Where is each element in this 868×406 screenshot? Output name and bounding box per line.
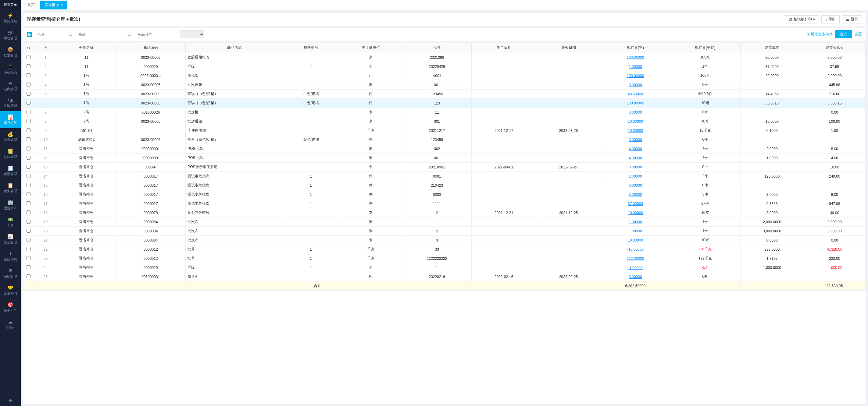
sidebar-item-inventory[interactable]: 📊 库存核算 bbox=[0, 111, 21, 128]
row-checkbox[interactable] bbox=[23, 108, 34, 117]
row-checkbox[interactable] bbox=[23, 53, 34, 62]
sidebar-item-payroll[interactable]: 💵 工资 bbox=[0, 213, 21, 231]
row-qty-main[interactable]: 1.00000 bbox=[600, 62, 670, 71]
row-checkbox[interactable] bbox=[23, 163, 34, 172]
sidebar-item-ops[interactable]: 📈 经营管理 bbox=[0, 231, 21, 248]
sidebar-item-sys[interactable]: ⚙ 系统管理 bbox=[0, 265, 21, 282]
row-qty-main[interactable]: 0.00000 bbox=[600, 181, 670, 190]
row-checkbox[interactable] bbox=[23, 190, 34, 199]
row-checkbox[interactable] bbox=[23, 80, 34, 90]
row-qty-main[interactable]: 4.00000 bbox=[600, 154, 670, 163]
category-select[interactable] bbox=[180, 30, 204, 38]
row-checkbox[interactable] bbox=[23, 144, 34, 154]
print-button[interactable]: 🖨 按模板打印 ▾ bbox=[785, 15, 819, 24]
sidebar-item-accounting[interactable]: 📒 总账管理 bbox=[0, 145, 21, 162]
row-qty-main[interactable]: 87.00000 bbox=[600, 199, 670, 208]
row-qty-main[interactable]: 0.00000 bbox=[600, 108, 670, 117]
row-checkbox[interactable] bbox=[23, 254, 34, 263]
row-qty-main[interactable]: 1.00000 bbox=[600, 227, 670, 236]
row-checkbox[interactable] bbox=[23, 135, 34, 144]
row-qty-storage: 4组9.6件 bbox=[670, 90, 741, 99]
row-qty-main[interactable]: 0.00000 bbox=[600, 135, 670, 144]
row-qty-main[interactable]: 3.00000 bbox=[600, 190, 670, 199]
row-warehouse: 晋省裕仓 bbox=[57, 245, 116, 254]
row-qty-main[interactable]: -16.00000 bbox=[600, 245, 670, 254]
sidebar-settings[interactable]: ⚙ bbox=[0, 396, 21, 406]
row-qty-main[interactable]: 100.00000 bbox=[600, 71, 670, 80]
sidebar-item-fixed-assets[interactable]: 🏢 固定资产 bbox=[0, 197, 21, 213]
row-checkbox[interactable] bbox=[23, 227, 34, 236]
export-button[interactable]: ↑ 导出 bbox=[822, 15, 840, 24]
row-qty-main[interactable]: 10.00000 bbox=[600, 208, 670, 217]
row-checkbox[interactable] bbox=[23, 154, 34, 163]
sidebar-item-cloud[interactable]: ☁ 云应用 bbox=[0, 316, 21, 333]
sidebar-item-retail[interactable]: 🛒 零售管理 bbox=[0, 27, 21, 43]
tab-close-icon[interactable]: × bbox=[61, 3, 63, 7]
sidebar-item-finance[interactable]: 💰 资金管理 bbox=[0, 128, 21, 145]
row-prod-date bbox=[472, 117, 536, 126]
sidebar-item-newbie[interactable]: 🎯 新手引导 bbox=[0, 299, 21, 316]
row-qty-main[interactable]: 100.00000 bbox=[600, 53, 670, 62]
sidebar-item-basic-info[interactable]: ℹ 基础信息 bbox=[0, 248, 21, 265]
row-qty-main[interactable]: 122.00000 bbox=[600, 254, 670, 263]
row-qty-main[interactable]: 49.60000 bbox=[600, 90, 670, 99]
row-cost: 3.0000 bbox=[740, 190, 804, 199]
sidebar-item-tax[interactable]: 📋 税务管理 bbox=[0, 179, 21, 197]
row-checkbox[interactable] bbox=[23, 90, 34, 99]
row-checkbox[interactable] bbox=[23, 172, 34, 181]
row-checkbox[interactable] bbox=[23, 217, 34, 227]
sidebar-logo[interactable]: 搜索菜单 bbox=[0, 0, 21, 9]
table-wrapper[interactable]: ⊙ # 仓库名称 商品编码 商品名称 规格型号 主计量单位 批号 生产日期 失效… bbox=[23, 43, 866, 404]
sidebar-item-micro-ecom[interactable]: 📱 小程电商 bbox=[0, 61, 21, 78]
sidebar-item-ecom[interactable]: 🖥 电商管理 bbox=[0, 78, 21, 94]
row-checkbox[interactable] bbox=[23, 236, 34, 245]
row-qty-main[interactable]: 0.00000 bbox=[600, 80, 670, 90]
col-checkbox[interactable]: ⊙ bbox=[23, 43, 34, 53]
row-checkbox[interactable] bbox=[23, 99, 34, 108]
row-warehouse: 晋省裕仓 bbox=[57, 199, 116, 208]
row-amount: 4.00 bbox=[804, 154, 865, 163]
col-product-code: 商品编码 bbox=[116, 43, 186, 53]
row-qty-main[interactable]: 0.00000 bbox=[600, 163, 670, 172]
row-qty-main[interactable]: 10.00000 bbox=[600, 236, 670, 245]
expand-conditions-button[interactable]: ▼ 展开更多条件 bbox=[806, 32, 833, 37]
row-qty-main[interactable]: 4.00000 bbox=[600, 144, 670, 154]
row-checkbox[interactable] bbox=[23, 272, 34, 281]
row-checkbox[interactable] bbox=[23, 245, 34, 254]
row-qty-main[interactable]: 10.00000 bbox=[600, 117, 670, 126]
warehouse-input[interactable] bbox=[35, 31, 65, 38]
row-qty-main[interactable]: 0.00000 bbox=[600, 272, 670, 281]
table-row: 23晋省裕仓0000012批号1千克1222222222122.00000122… bbox=[23, 254, 866, 263]
row-checkbox[interactable] bbox=[23, 263, 34, 272]
row-checkbox[interactable] bbox=[23, 71, 34, 80]
row-checkbox[interactable] bbox=[23, 208, 34, 217]
show-button[interactable]: ☰ 显示 bbox=[842, 15, 862, 24]
category-input[interactable] bbox=[135, 31, 178, 38]
filter-settings-link[interactable]: 设置 bbox=[855, 32, 862, 37]
search-button[interactable]: 查询 bbox=[835, 30, 852, 38]
row-checkbox[interactable] bbox=[23, 117, 34, 126]
nav-arrow-button[interactable]: ▶ bbox=[27, 32, 32, 37]
row-qty-main[interactable]: 100.00000 bbox=[600, 99, 670, 108]
product-input[interactable] bbox=[75, 31, 124, 38]
sidebar-item-label: 零售管理 bbox=[4, 36, 17, 40]
sidebar-item-quick-nav[interactable]: ⚡ 快捷导航 bbox=[0, 9, 21, 27]
sidebar-item-purchase[interactable]: 🛍 采购管理 bbox=[0, 94, 21, 111]
row-warehouse: 晋省裕仓 bbox=[57, 263, 116, 272]
row-qty-main[interactable]: 2.00000 bbox=[600, 172, 670, 181]
header-actions: 🖨 按模板打印 ▾ ↑ 导出 ☰ 显示 bbox=[785, 15, 862, 24]
row-code: 000900001 bbox=[116, 154, 186, 163]
sidebar-item-wholesale[interactable]: 📦 批发管理 bbox=[0, 43, 21, 61]
sidebar-item-invoice[interactable]: 🧾 发票管理 bbox=[0, 162, 21, 179]
row-checkbox[interactable] bbox=[23, 181, 34, 190]
row-qty-main[interactable]: 10.00000 bbox=[600, 126, 670, 135]
row-checkbox[interactable] bbox=[23, 199, 34, 208]
sidebar-item-corp[interactable]: 🤝 企业协同 bbox=[0, 282, 21, 299]
row-checkbox[interactable] bbox=[23, 62, 34, 71]
row-checkbox[interactable] bbox=[23, 126, 34, 135]
row-qty-main[interactable]: 1.00000 bbox=[600, 217, 670, 227]
row-unit: 千克 bbox=[339, 245, 402, 254]
row-qty-main[interactable]: -1.00000 bbox=[600, 263, 670, 272]
tab-inventory-batch[interactable]: 库存批次 × bbox=[40, 1, 67, 9]
tab-home[interactable]: 首页 bbox=[23, 1, 39, 9]
